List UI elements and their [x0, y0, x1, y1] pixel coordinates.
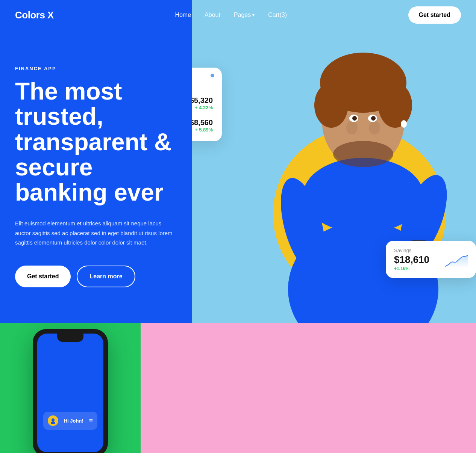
portfolio-value-2: $8,560 + 5.89% — [192, 118, 213, 133]
nav-links: Home About Pages ▾ Cart(3) — [175, 12, 287, 18]
phone-mockup: Hi John! ≡ — [33, 329, 108, 453]
hero-description: Elit euismod elementum et ultrices aliqu… — [15, 219, 177, 248]
savings-chart-icon — [445, 251, 468, 268]
phone-screen: Hi John! ≡ — [37, 334, 103, 452]
nav-about[interactable]: About — [205, 12, 220, 18]
portfolio-row-2: $8,560 + 5.89% — [192, 117, 213, 134]
brand-logo[interactable]: Colors X — [15, 9, 54, 21]
phone-greeting-bar: Hi John! ≡ — [43, 412, 97, 430]
savings-label: Savings — [394, 248, 440, 253]
hero-title: The most trusted, transparent & secure b… — [15, 79, 177, 205]
nav-cart[interactable]: Cart(3) — [268, 12, 287, 18]
portfolio-dot-blue — [211, 74, 214, 77]
svg-point-15 — [401, 120, 407, 128]
portfolio-change-2: + 5.89% — [192, 127, 213, 133]
phone-menu-icon: ≡ — [89, 417, 93, 425]
hero-right-panel: Statistics Your portfolio $5,32 — [192, 0, 476, 323]
svg-point-14 — [369, 121, 380, 134]
portfolio-value-1: $5,320 + 4.22% — [192, 96, 213, 110]
svg-point-19 — [371, 116, 376, 121]
svg-point-18 — [352, 116, 357, 121]
hero-buttons: Get started Learn more — [15, 266, 177, 287]
svg-point-3 — [314, 83, 348, 128]
hero-eyebrow: FINANCE APP — [15, 66, 177, 71]
bottom-left-green: Hi John! ≡ — [0, 323, 141, 453]
hero-left-panel: FINANCE APP The most trusted, transparen… — [0, 0, 192, 323]
svg-point-23 — [51, 421, 55, 424]
savings-amount: $18,610 — [394, 255, 440, 264]
svg-point-22 — [52, 418, 55, 421]
nav-pages-dropdown[interactable]: Pages ▾ — [234, 12, 255, 18]
learn-more-button[interactable]: Learn more — [77, 266, 135, 287]
portfolio-amount-1: $5,320 — [192, 96, 213, 105]
bottom-right-pink — [141, 323, 476, 453]
phone-avatar — [48, 415, 58, 426]
hero-section: FINANCE APP The most trusted, transparen… — [0, 0, 476, 323]
phone-greeting-text: Hi John! — [64, 418, 83, 424]
svg-point-13 — [346, 121, 358, 134]
navbar: Colors X Home About Pages ▾ Cart(3) Get … — [0, 0, 476, 30]
portfolio-row-1: $5,320 + 4.22% — [192, 95, 213, 112]
nav-home[interactable]: Home — [175, 12, 191, 18]
bottom-section: Hi John! ≡ — [0, 323, 476, 453]
chevron-down-icon: ▾ — [252, 12, 255, 18]
portfolio-amount-2: $8,560 — [192, 118, 213, 127]
portfolio-change-1: + 4.22% — [192, 105, 213, 110]
svg-point-12 — [333, 141, 393, 167]
phone-notch — [57, 334, 83, 342]
portfolio-card: Statistics Your portfolio $5,32 — [192, 68, 222, 141]
savings-info: Savings $18,610 +1.16% — [394, 248, 440, 271]
nav-cta-button[interactable]: Get started — [408, 6, 461, 24]
savings-card: Savings $18,610 +1.16% — [386, 241, 476, 278]
portfolio-card-title: Your portfolio — [192, 82, 213, 89]
savings-change: +1.16% — [394, 266, 440, 271]
svg-point-4 — [378, 83, 412, 128]
portfolio-card-label: Statistics — [192, 75, 213, 80]
get-started-button[interactable]: Get started — [15, 266, 71, 287]
